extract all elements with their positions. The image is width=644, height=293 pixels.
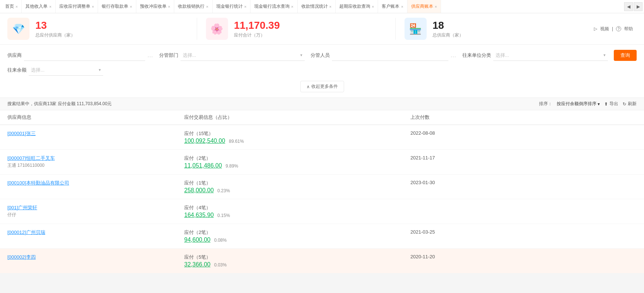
supplier-name-4[interactable]: [000012]广州贝瑞 bbox=[7, 229, 184, 236]
supplier-name-3[interactable]: [001]广州荣轩 bbox=[7, 204, 184, 211]
supplier-filter: 供应商 … bbox=[7, 50, 153, 61]
help-link[interactable]: 帮助 bbox=[624, 26, 633, 32]
tab-close-icon[interactable]: × bbox=[168, 4, 170, 9]
nav-tab-supplier[interactable]: 供应商账本× bbox=[407, 0, 441, 13]
person-label: 分管人员 bbox=[311, 52, 330, 59]
collapse-button[interactable]: ∧ 收起更多条件 bbox=[300, 81, 344, 92]
nav-prev-button[interactable]: ◀ bbox=[624, 2, 633, 11]
nav-tab-income[interactable]: 其他收入单× bbox=[22, 0, 55, 13]
tab-label: 应收应付调整单 bbox=[59, 3, 90, 10]
tx-row-2: 258,000.00 0.23% bbox=[184, 186, 410, 194]
nav-tab-recv-stat[interactable]: 收款情况统计× bbox=[298, 0, 336, 13]
export-button[interactable]: ⬆ 导出 bbox=[604, 101, 618, 107]
balance-label: 往来余额 bbox=[7, 67, 27, 73]
sort-select[interactable]: 按应付余额倒序排序 ▾ bbox=[557, 101, 600, 107]
tab-close-icon[interactable]: × bbox=[130, 4, 132, 9]
tx-info-4: 应付（2笔） 94,600.00 0.08% bbox=[184, 229, 410, 243]
supplier-more-icon[interactable]: … bbox=[147, 52, 153, 59]
tx-info-1: 应付（2笔） 11,051,486.00 9.89% bbox=[184, 155, 410, 169]
search-button[interactable]: 查询 bbox=[614, 50, 637, 61]
supplier-name-5[interactable]: [000002]李四 bbox=[7, 254, 184, 261]
nav-tab-pre-recv[interactable]: 预收冲应收单× bbox=[136, 0, 174, 13]
stat-block-2: 🏪 18 总供应商（家） bbox=[396, 18, 594, 40]
balance-filter: 往来余额 选择... ▾ bbox=[7, 65, 103, 76]
person-more-icon[interactable]: … bbox=[451, 52, 456, 59]
nav-tab-customer[interactable]: 客户账本× bbox=[378, 0, 407, 13]
nav-tab-home[interactable]: 首页× bbox=[1, 0, 22, 13]
collapse-label: 收起更多条件 bbox=[311, 83, 338, 90]
tab-close-icon[interactable]: × bbox=[49, 4, 51, 9]
supplier-info-1: [000007]恒旺二手叉车 王通 17106110000 bbox=[7, 155, 184, 169]
tab-close-icon[interactable]: × bbox=[291, 4, 293, 9]
nav-tab-adjust[interactable]: 应收应付调整单× bbox=[56, 0, 98, 13]
tab-close-icon[interactable]: × bbox=[15, 4, 18, 9]
dept-select[interactable]: 选择... ▾ bbox=[181, 50, 305, 61]
tab-close-icon[interactable]: × bbox=[329, 4, 332, 9]
tx-amount-1[interactable]: 11,051,486.00 bbox=[184, 162, 222, 169]
stat-label-1: 应付合计（万） bbox=[234, 32, 386, 38]
tx-pct-2: 0.23% bbox=[217, 188, 230, 193]
tx-amount-4[interactable]: 94,600.00 bbox=[184, 237, 210, 243]
tx-label-4: 应付（2笔） bbox=[184, 229, 410, 236]
category-filter: 往来单位分类 选择... ▾ bbox=[462, 50, 608, 61]
dept-chevron-icon: ▾ bbox=[300, 53, 302, 58]
supplier-info-5: [000002]李四 bbox=[7, 254, 184, 261]
top-navigation: 首页×其他收入单×应收应付调整单×银行存取款单×预收冲应收单×收款核销执行×现金… bbox=[0, 0, 644, 13]
col-header-tx: 应付交易信息（占比） bbox=[184, 114, 410, 121]
supplier-name-1[interactable]: [000007]恒旺二手叉车 bbox=[7, 155, 184, 162]
tx-row-1: 11,051,486.00 9.89% bbox=[184, 162, 410, 169]
tx-pct-5: 0.03% bbox=[214, 262, 227, 268]
tab-close-icon[interactable]: × bbox=[244, 4, 246, 9]
nav-tab-bank[interactable]: 银行存取款单× bbox=[98, 0, 136, 13]
tx-amount-5[interactable]: 32,366.00 bbox=[184, 261, 210, 268]
tx-pct-1: 9.89% bbox=[225, 163, 238, 169]
tx-amount-0[interactable]: 100,092,540.00 bbox=[184, 138, 225, 144]
refresh-button[interactable]: ↻ 刷新 bbox=[623, 101, 637, 107]
help-icon: ? bbox=[616, 26, 621, 31]
nav-next-button[interactable]: ▶ bbox=[634, 2, 643, 11]
tx-amount-3[interactable]: 164,635.90 bbox=[184, 212, 214, 218]
collapse-up-icon: ∧ bbox=[307, 84, 310, 89]
tab-label: 预收冲应收单 bbox=[140, 3, 167, 10]
nav-tab-cash-stat[interactable]: 现金银行统计× bbox=[213, 0, 251, 13]
stat-block-1: 🌸 11,170.39 应付合计（万） bbox=[197, 18, 396, 40]
person-filter: 分管人员 … bbox=[311, 50, 456, 61]
table-row: [001]广州荣轩 仔仔 应付（4笔） 164,635.90 0.15% bbox=[0, 199, 644, 224]
balance-chevron-icon: ▾ bbox=[99, 68, 101, 72]
tab-close-icon[interactable]: × bbox=[206, 4, 208, 9]
tab-close-icon[interactable]: × bbox=[92, 4, 94, 9]
person-input[interactable] bbox=[332, 50, 448, 61]
stat-number-2: 18 bbox=[433, 19, 585, 32]
nav-tab-cash-flow[interactable]: 现金银行流水查询× bbox=[251, 0, 297, 13]
tx-amount-2[interactable]: 258,000.00 bbox=[184, 187, 214, 194]
video-link[interactable]: 视频 bbox=[600, 26, 609, 32]
tab-label: 收款情况统计 bbox=[301, 3, 328, 10]
supplier-input[interactable] bbox=[24, 50, 145, 61]
last-pay-1: 2021-11-17 bbox=[410, 155, 637, 161]
nav-tab-overdue[interactable]: 超期应收款查询× bbox=[336, 0, 378, 13]
tab-label: 首页 bbox=[5, 3, 14, 10]
balance-select[interactable]: 选择... ▾ bbox=[29, 65, 103, 76]
tab-close-icon[interactable]: × bbox=[401, 4, 403, 9]
tab-label: 现金银行流水查询 bbox=[254, 3, 290, 10]
tab-label: 供应商账本 bbox=[411, 3, 433, 10]
stat-content-2: 18 总供应商（家） bbox=[433, 19, 585, 39]
tab-label: 收款核销执行 bbox=[178, 3, 204, 10]
table-row: [000012]广州贝瑞 应付（2笔） 94,600.00 0.08% 2021… bbox=[0, 224, 644, 249]
supplier-info-0: [000001]张三 bbox=[7, 130, 184, 137]
dept-placeholder: 选择... bbox=[183, 52, 299, 59]
stat-label-0: 总应付供应商（家） bbox=[35, 32, 188, 38]
tx-info-0: 应付（15笔） 100,092,540.00 89.61% bbox=[184, 130, 410, 144]
tab-close-icon[interactable]: × bbox=[435, 4, 437, 9]
tab-close-icon[interactable]: × bbox=[372, 4, 374, 9]
col-header-lastpay: 上次付数 bbox=[410, 114, 637, 121]
stat-icon-2: 🏪 bbox=[405, 18, 427, 40]
tx-label-2: 应付（1笔） bbox=[184, 180, 410, 186]
supplier-name-2[interactable]: [000100]本特勤油品有限公司 bbox=[7, 180, 184, 186]
category-chevron-icon: ▾ bbox=[603, 53, 606, 58]
tab-label: 现金银行统计 bbox=[216, 3, 243, 10]
last-pay-5: 2020-11-20 bbox=[410, 254, 637, 259]
supplier-name-0[interactable]: [000001]张三 bbox=[7, 130, 184, 137]
category-select[interactable]: 选择... ▾ bbox=[493, 50, 608, 61]
nav-tab-recv-exec[interactable]: 收款核销执行× bbox=[174, 0, 212, 13]
